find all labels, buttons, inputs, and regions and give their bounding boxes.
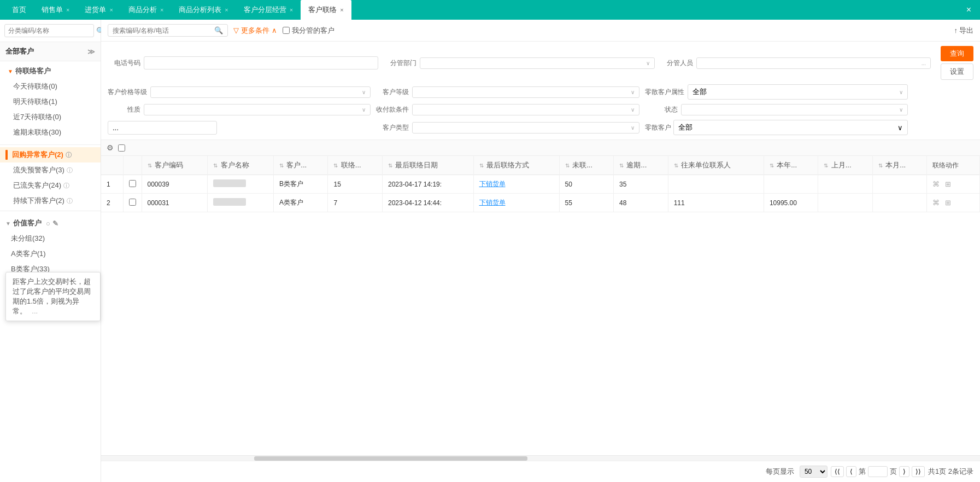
- sidebar-item-overdue[interactable]: 逾期未联络(30): [0, 125, 101, 140]
- nav-purchase[interactable]: 进货单 ×: [77, 0, 120, 20]
- row1-name-blurred: [213, 179, 246, 187]
- sidebar-item-unclassified[interactable]: 未分组(32): [0, 231, 101, 246]
- filter-ellipsis-field: ...: [108, 121, 371, 135]
- settings-button[interactable]: 设置: [941, 63, 973, 80]
- price-level-select[interactable]: ∨: [150, 86, 371, 98]
- nav-product-analysis[interactable]: 商品分析 ×: [121, 0, 171, 20]
- horizontal-scrollbar[interactable]: [101, 455, 980, 461]
- row1-actions: ⌘ ⊞: [927, 175, 980, 194]
- row2-check[interactable]: [129, 199, 136, 206]
- next-page-button[interactable]: ⟩: [899, 466, 909, 477]
- first-page-button[interactable]: ⟨⟨: [831, 466, 844, 477]
- last-page-button[interactable]: ⟩⟩: [912, 466, 925, 477]
- sidebar-item-lost-customers[interactable]: 已流失客户(24) ⓘ: [0, 178, 101, 193]
- row1-last-method[interactable]: 下销货单: [473, 175, 559, 194]
- sidebar-item-tomorrow[interactable]: 明天待联络(1): [0, 94, 101, 109]
- row1-check[interactable]: [129, 180, 136, 187]
- filter-status: 状态 ∨: [645, 104, 908, 115]
- page-input[interactable]: 1: [868, 466, 888, 477]
- table-row: 2 000031 A类客户 7 2023-04-12 14:44: 下销货单 5…: [101, 194, 980, 212]
- sort-icon-this-year: ⇅: [770, 162, 774, 169]
- sort-icon-last-month: ⇅: [824, 162, 828, 169]
- nature-select[interactable]: ∨: [144, 104, 371, 115]
- close-product-list-icon[interactable]: ×: [225, 7, 228, 13]
- sidebar-item-classA[interactable]: A类客户(1): [0, 246, 101, 262]
- sidebar-item-7days[interactable]: 近7天待联络(0): [0, 109, 101, 125]
- row2-code: 000031: [142, 194, 208, 212]
- page-size-select[interactable]: 20 50 100: [800, 466, 828, 478]
- zero-customer-select[interactable]: 全部 ∨: [673, 120, 908, 135]
- customer-type-select[interactable]: ∨: [412, 122, 639, 133]
- payment-chevron-icon: ∨: [631, 107, 635, 113]
- close-product-analysis-icon[interactable]: ×: [160, 7, 163, 13]
- status-select[interactable]: ∨: [681, 104, 908, 115]
- filter-nature: 性质 ∨: [108, 104, 371, 115]
- row2-last-date: 2023-04-12 14:44:: [383, 194, 474, 212]
- ellipsis-select[interactable]: ...: [108, 121, 217, 135]
- close-customer-contact-icon[interactable]: ×: [340, 7, 343, 13]
- search-input[interactable]: [113, 27, 214, 34]
- close-purchase-icon[interactable]: ×: [109, 7, 113, 13]
- nav-product-list[interactable]: 商品分析列表 ×: [171, 0, 236, 20]
- more-conditions-button[interactable]: ▽ 更多条件 ∧: [233, 26, 277, 36]
- nav-customer-segment[interactable]: 客户分层经营 ×: [236, 0, 301, 20]
- customer-type-chevron-icon: ∨: [631, 125, 635, 131]
- sidebar-pending-label[interactable]: ▼ 待联络客户: [0, 63, 101, 79]
- scatter-attr-select[interactable]: 全部 ∨: [688, 84, 908, 100]
- prev-page-button[interactable]: ⟨: [846, 466, 856, 477]
- nav-sales[interactable]: 销售单 ×: [34, 0, 77, 20]
- export-button[interactable]: ↑ 导出: [954, 26, 974, 36]
- phone-input[interactable]: [144, 56, 378, 69]
- nav-customer-contact[interactable]: 客户联络 ×: [301, 0, 351, 20]
- sidebar-value-group-label[interactable]: ▼ 价值客户 ○ ✎: [0, 216, 101, 231]
- row2-action-grid-icon[interactable]: ⊞: [945, 199, 951, 207]
- filter-row-3: 性质 ∨ 收付款条件 ∨ 状态: [108, 104, 973, 115]
- dept-select[interactable]: ∨: [420, 57, 654, 69]
- edit-icon[interactable]: ○: [46, 219, 50, 228]
- customer-level-select[interactable]: ∨: [412, 86, 639, 98]
- row1-checkbox: [123, 175, 142, 194]
- sidebar-item-churn-warning[interactable]: 流失预警客户(3) ⓘ: [0, 162, 101, 178]
- row2-action-link-icon[interactable]: ⌘: [932, 199, 940, 207]
- sidebar-item-declining[interactable]: 持续下滑客户(2) ⓘ: [0, 193, 101, 208]
- search-icon[interactable]: 🔍: [214, 26, 223, 34]
- scrollbar-thumb[interactable]: [254, 456, 527, 461]
- manager-select[interactable]: ...: [696, 57, 931, 69]
- close-sales-icon[interactable]: ×: [66, 7, 69, 13]
- th-checkbox: [123, 156, 142, 175]
- filter-price-level: 客户价格等级 ∨: [108, 86, 371, 98]
- row2-last-method[interactable]: 下销货单: [473, 194, 559, 212]
- sort-icon-type: ⇅: [279, 162, 284, 169]
- sidebar-search-input[interactable]: [4, 24, 94, 37]
- th-last-contact-method: ⇅ 最后联络方式: [473, 156, 559, 175]
- query-button[interactable]: 查询: [941, 46, 973, 61]
- sidebar-item-today[interactable]: 今天待联络(0): [0, 79, 101, 94]
- filter-phone: 电话号码: [108, 56, 378, 69]
- payment-select[interactable]: ∨: [412, 104, 639, 115]
- gear-icon[interactable]: ⚙: [107, 143, 114, 152]
- add-icon[interactable]: ✎: [52, 219, 58, 228]
- close-all-button[interactable]: ×: [962, 5, 976, 15]
- phone-label: 电话号码: [108, 59, 140, 68]
- export-icon: ↑: [954, 26, 958, 34]
- select-all-checkbox[interactable]: [118, 144, 125, 152]
- row1-action-link-icon[interactable]: ⌘: [932, 180, 940, 188]
- filter-bar: 🔍 ▽ 更多条件 ∧ 我分管的客户 ↑ 导出: [101, 20, 980, 42]
- nav-home[interactable]: 首页: [4, 0, 34, 20]
- row2-overdue: 48: [614, 194, 668, 212]
- row2-contacts-person: 111: [668, 194, 764, 212]
- close-customer-segment-icon[interactable]: ×: [290, 7, 293, 13]
- th-actions: 联络动作: [927, 156, 980, 175]
- row2-this-year: 10995.00: [764, 194, 818, 212]
- sidebar-collapse-icon[interactable]: ≫: [87, 48, 95, 56]
- my-customers-check[interactable]: [283, 27, 290, 34]
- sidebar-item-abnormal-repurchase[interactable]: 回购异常客户(2) ⓘ: [0, 147, 101, 162]
- filter-customer-type: 客户类型 ∨: [376, 122, 639, 133]
- payment-label: 收付款条件: [376, 105, 409, 114]
- sort-icon-date: ⇅: [388, 162, 392, 169]
- filter-manager: 分管人员 ...: [660, 57, 931, 69]
- filter-row-2: 客户价格等级 ∨ 客户等级 ∨ 零散客户属性 全部: [108, 84, 973, 100]
- my-customers-checkbox[interactable]: 我分管的客户: [283, 26, 335, 36]
- th-name: ⇅ 客户名称: [208, 156, 274, 175]
- row1-action-grid-icon[interactable]: ⊞: [945, 180, 951, 188]
